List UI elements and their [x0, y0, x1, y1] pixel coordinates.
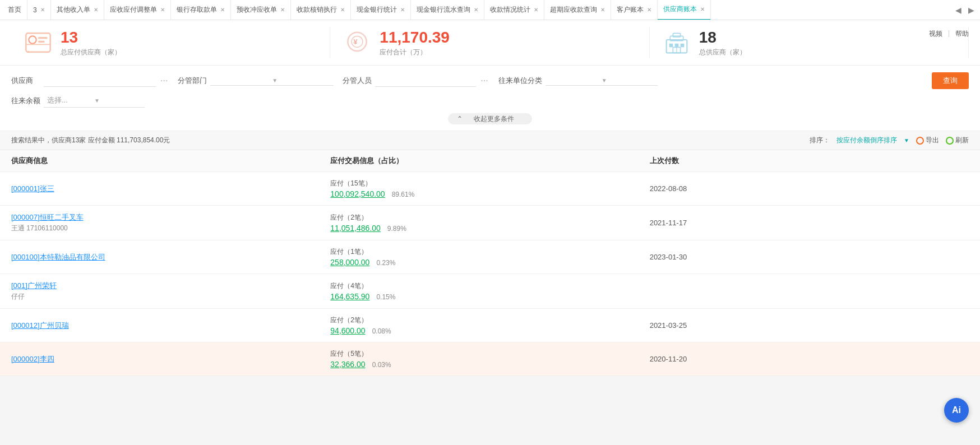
svg-rect-14	[680, 44, 684, 48]
stat-text-payable-suppliers: 13 总应付供应商（家）	[61, 29, 121, 57]
supplier-filter-label: 供应商	[11, 76, 40, 86]
category-filter-select[interactable]: ▼	[546, 76, 658, 86]
supplier-sub-3: 仔仔	[11, 292, 330, 302]
supplier-filter-input[interactable]	[44, 75, 156, 87]
nav-tab-cash-flow[interactable]: 现金银行流水查询 ✕	[411, 0, 484, 20]
nav-tab-bank[interactable]: 银行存取款单 ✕	[171, 0, 231, 20]
close-icon[interactable]: ✕	[40, 7, 45, 13]
video-link[interactable]: 视频	[929, 29, 942, 39]
tx-amount-0[interactable]: 100,092,540.00	[330, 189, 385, 198]
nav-tab-prepay[interactable]: 预收冲应收单 ✕	[231, 0, 291, 20]
tx-amount-3[interactable]: 164,635.90	[330, 292, 369, 301]
person-filter-input[interactable]	[375, 75, 476, 87]
table-row: [000007]恒旺二手叉车 王通 17106110000 应付 （2笔） 11…	[0, 206, 980, 240]
header-stats:  13 总应付供应商（家） ¥ 11,170.39 应付合计（万）	[0, 20, 980, 66]
table-container: 供应商信息 应付交易信息（占比） 上次付数 [000001]张三 应付 （15笔…	[0, 150, 980, 376]
tx-percent-5: 0.03%	[372, 361, 391, 369]
sort-prefix: 排序：	[810, 136, 830, 145]
balance-filter-label: 往来余额	[11, 96, 40, 106]
balance-filter-select[interactable]: 选择... ▼	[44, 94, 145, 108]
collapse-bar[interactable]: ⌃ 收起更多条件	[11, 112, 969, 126]
nav-next-arrow[interactable]: ▶	[965, 6, 978, 15]
supplier-info-2: [000100]本特勒油品有限公司	[11, 252, 330, 262]
stat-block-payable-suppliers:  13 总应付供应商（家）	[11, 27, 330, 58]
supplier-link-0[interactable]: [000001]张三	[11, 184, 54, 193]
category-dropdown-arrow: ▼	[602, 77, 654, 84]
table-header: 供应商信息 应付交易信息（占比） 上次付数	[0, 150, 980, 172]
supplier-link-4[interactable]: [000012]广州贝瑞	[11, 321, 69, 330]
last-pay-0: 2022-08-08	[650, 184, 969, 193]
category-filter-label: 往来单位分类	[498, 76, 542, 86]
help-link[interactable]: 帮助	[955, 29, 969, 39]
supplier-info-5: [000002]李四	[11, 354, 330, 364]
supplier-link-2[interactable]: [000100]本特勒油品有限公司	[11, 253, 105, 261]
supplier-info-0: [000001]张三	[11, 184, 330, 194]
supplier-info-3: [001]广州荣轩 仔仔	[11, 281, 330, 302]
svg-rect-1	[29, 36, 36, 43]
refresh-button[interactable]: 刷新	[946, 136, 969, 145]
supplier-dots-icon[interactable]: ···	[159, 76, 169, 86]
close-icon[interactable]: ✕	[400, 7, 405, 13]
svg-rect-13	[674, 44, 678, 48]
svg-text:¥: ¥	[354, 38, 358, 46]
nav-tab-overdue[interactable]: 超期应收款查询 ✕	[544, 0, 611, 20]
stat-label-total-suppliers: 总供应商（家）	[699, 48, 746, 57]
filter-area: 供应商 ··· 分管部门 ▼ 分管人员 ··· 往来单位分类 ▼ 查询	[0, 66, 980, 131]
close-icon[interactable]: ✕	[534, 7, 538, 13]
close-icon[interactable]: ✕	[700, 6, 705, 12]
supplier-link-1[interactable]: [000007]恒旺二手叉车	[11, 213, 84, 221]
export-button[interactable]: 导出	[916, 136, 939, 145]
nav-tab-collection-stat[interactable]: 收款情况统计 ✕	[484, 0, 544, 20]
stat-number-total-suppliers: 18	[699, 29, 746, 47]
close-icon[interactable]: ✕	[280, 7, 285, 13]
nav-tab-3[interactable]: 3 ✕	[27, 0, 51, 20]
nav-tab-other-income[interactable]: 其他收入单 ✕	[51, 0, 104, 20]
nav-tab-adjustment[interactable]: 应收应付调整单 ✕	[104, 0, 171, 20]
nav-tab-supplier[interactable]: 供应商账本 ✕	[658, 0, 711, 20]
sort-value[interactable]: 按应付余额倒序排序	[836, 136, 897, 145]
sort-arrow[interactable]: ▼	[904, 137, 909, 143]
close-icon[interactable]: ✕	[220, 7, 225, 13]
svg-text:: 	[28, 50, 29, 53]
dept-filter-label: 分管部门	[178, 76, 207, 86]
query-button[interactable]: 查询	[932, 72, 969, 89]
dept-filter-select[interactable]: ▼	[210, 76, 334, 86]
close-icon[interactable]: ✕	[647, 7, 651, 13]
tx-info-3: 应付 （4笔） 164,635.90 0.15%	[330, 281, 649, 301]
col-header-tx: 应付交易信息（占比）	[330, 156, 649, 166]
nav-tab-collection[interactable]: 收款核销执行 ✕	[291, 0, 351, 20]
supplier-icon-2: ¥	[341, 27, 373, 58]
refresh-icon	[946, 137, 954, 145]
supplier-icon-3	[661, 27, 692, 58]
export-icon	[916, 137, 924, 145]
tx-percent-3: 0.15%	[376, 293, 395, 301]
tx-amount-4[interactable]: 94,600.00	[330, 326, 365, 335]
tx-percent-2: 0.23%	[376, 259, 395, 267]
close-icon[interactable]: ✕	[94, 7, 98, 13]
tx-amount-2[interactable]: 258,000.00	[330, 258, 369, 267]
filter-item-supplier: 供应商 ···	[11, 75, 169, 87]
collapse-label: ⌃ 收起更多条件	[448, 113, 531, 124]
nav-tab-cash-stat[interactable]: 现金银行统计 ✕	[351, 0, 411, 20]
stat-number-payable-total: 11,170.39	[380, 29, 450, 47]
tx-amount-5[interactable]: 32,366.00	[330, 360, 365, 369]
tx-percent-1: 9.89%	[387, 225, 406, 233]
close-icon[interactable]: ✕	[340, 7, 345, 13]
supplier-link-5[interactable]: [000002]李四	[11, 355, 54, 363]
person-dots-icon[interactable]: ···	[479, 76, 489, 86]
nav-tab-customer[interactable]: 客户账本 ✕	[611, 0, 658, 20]
close-icon[interactable]: ✕	[160, 7, 165, 13]
nav-prev-arrow[interactable]: ◀	[952, 6, 965, 15]
svg-rect-3	[38, 37, 48, 39]
nav-tab-home[interactable]: 首页	[2, 0, 27, 20]
tx-amount-1[interactable]: 11,051,486.00	[330, 224, 381, 233]
close-icon[interactable]: ✕	[474, 7, 478, 13]
svg-rect-4	[38, 41, 45, 43]
supplier-link-3[interactable]: [001]广州荣轩	[11, 281, 57, 290]
tx-info-5: 应付 （5笔） 32,366.00 0.03%	[330, 349, 649, 369]
supplier-sub-1: 王通 17106110000	[11, 224, 330, 233]
stat-text-payable-total: 11,170.39 应付合计（万）	[380, 29, 450, 57]
result-bar: 搜索结果中，供应商13家 应付金额 111,703,854.00元 排序： 按应…	[0, 131, 980, 150]
header-tools: 视频 | 帮助	[929, 29, 969, 39]
close-icon[interactable]: ✕	[600, 7, 605, 13]
